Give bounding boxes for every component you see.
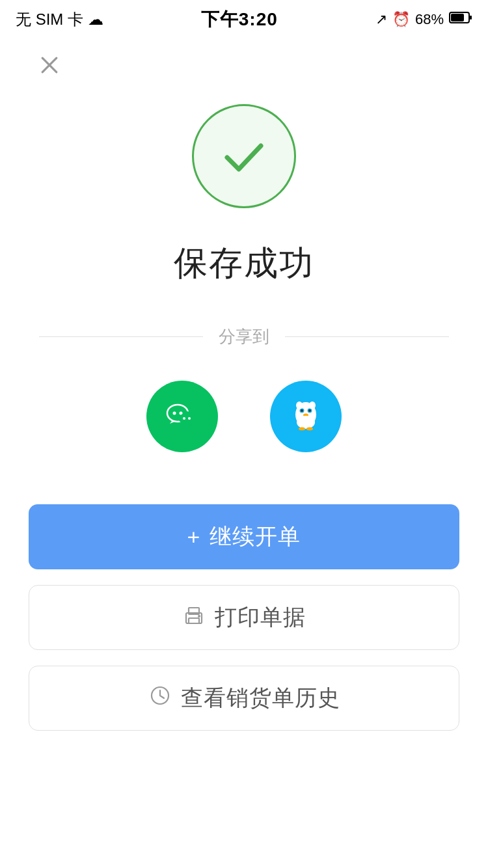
svg-point-10 <box>183 417 185 420</box>
print-icon <box>182 604 206 632</box>
close-button[interactable] <box>31 47 68 83</box>
share-wechat-button[interactable] <box>146 381 218 452</box>
share-qq-button[interactable] <box>270 381 342 452</box>
share-divider: 分享到 <box>0 325 488 348</box>
location-icon: ↗ <box>375 11 387 28</box>
history-label: 查看销货单历史 <box>181 683 340 713</box>
continue-label: 继续开单 <box>210 522 301 552</box>
svg-rect-26 <box>189 618 199 623</box>
print-button[interactable]: 打印单据 <box>29 585 459 650</box>
svg-rect-1 <box>451 14 464 21</box>
main-content: 保存成功 分享到 <box>0 39 488 731</box>
success-title: 保存成功 <box>174 241 314 286</box>
continue-button[interactable]: + 继续开单 <box>29 504 459 569</box>
svg-rect-2 <box>470 16 472 20</box>
svg-point-23 <box>309 401 316 409</box>
print-label: 打印单据 <box>215 603 306 632</box>
svg-point-11 <box>188 417 191 420</box>
share-label: 分享到 <box>203 325 285 348</box>
svg-point-9 <box>180 413 195 424</box>
action-buttons: + 继续开单 打印单据 查看销货单历史 <box>0 504 488 731</box>
success-circle <box>192 104 296 208</box>
svg-point-16 <box>301 409 303 412</box>
status-left: 无 SIM 卡 ☁ <box>16 9 103 30</box>
divider-left <box>39 336 203 337</box>
status-bar: 无 SIM 卡 ☁ 下午3:20 ↗ ⏰ 68% <box>0 0 488 39</box>
svg-point-7 <box>173 412 176 415</box>
status-right: ↗ ⏰ 68% <box>375 11 472 28</box>
status-time: 下午3:20 <box>201 7 278 32</box>
alarm-icon: ⏰ <box>392 11 410 28</box>
svg-point-17 <box>308 409 311 412</box>
svg-point-19 <box>297 416 315 429</box>
sim-label: 无 SIM 卡 ☁ <box>16 9 103 30</box>
battery-label: 68% <box>415 11 444 28</box>
svg-point-27 <box>198 615 200 617</box>
svg-point-21 <box>306 427 313 431</box>
plus-icon: + <box>187 524 201 550</box>
share-icons-row <box>146 381 342 452</box>
history-icon <box>148 684 172 712</box>
svg-point-22 <box>296 401 303 409</box>
history-button[interactable]: 查看销货单历史 <box>29 666 459 731</box>
divider-right <box>285 336 449 337</box>
battery-icon <box>449 11 472 28</box>
svg-point-20 <box>299 427 305 431</box>
